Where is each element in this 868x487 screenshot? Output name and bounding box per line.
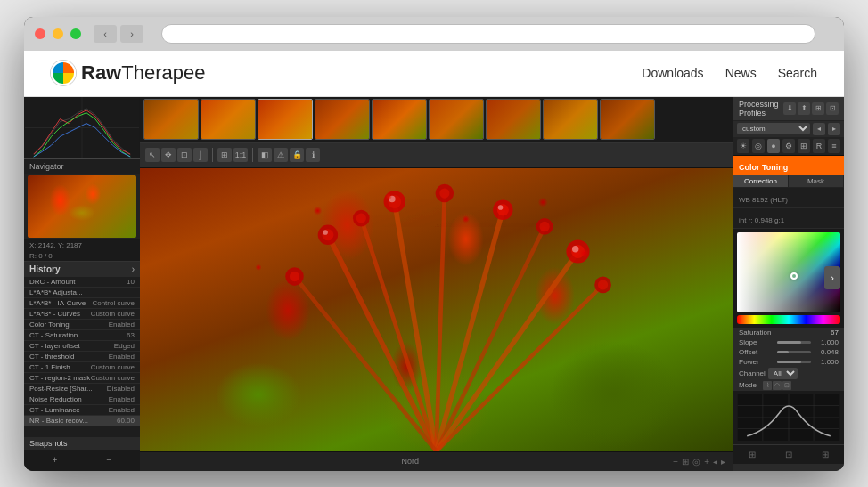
param-row-slope: Slope 1.000: [733, 337, 844, 347]
add-snapshot-icon[interactable]: +: [53, 455, 58, 465]
tab-mask[interactable]: Mask: [789, 175, 844, 187]
zoom-100-icon[interactable]: ◎: [692, 457, 700, 467]
tool-lock[interactable]: 🔒: [290, 148, 304, 162]
filmstrip-thumb[interactable]: [201, 99, 256, 140]
rp-load-icon[interactable]: ⬆: [798, 102, 810, 115]
rp-paste-icon[interactable]: ⊡: [826, 102, 839, 115]
minimize-button[interactable]: [53, 28, 63, 39]
maximize-button[interactable]: [70, 28, 81, 39]
tab-correction[interactable]: Correction: [733, 175, 789, 187]
history-item-name: CT - region-2 mask: [29, 374, 90, 382]
nav-downloads[interactable]: Downloads: [642, 66, 703, 80]
tool-info[interactable]: ℹ: [306, 148, 320, 162]
rp-copy-icon[interactable]: ⊞: [812, 102, 824, 115]
mode-icon-2[interactable]: ◠: [773, 381, 782, 390]
forward-button[interactable]: ›: [120, 25, 143, 43]
rp-bottom-icon-2[interactable]: ⊡: [785, 450, 792, 459]
tab-advanced[interactable]: ⚙: [782, 139, 795, 153]
history-item-value: Custom curve: [91, 374, 135, 382]
param-slider-power[interactable]: [777, 361, 811, 363]
nav-zoom: R: 0 / 0: [24, 251, 140, 262]
zoom-in-icon[interactable]: +: [704, 457, 709, 467]
history-header[interactable]: History ›: [24, 262, 140, 277]
thumb-image: [487, 100, 540, 139]
channel-select[interactable]: All: [768, 368, 798, 379]
param-slider-slope[interactable]: [777, 341, 811, 344]
delete-snapshot-icon[interactable]: −: [107, 455, 112, 465]
tool-move[interactable]: ✥: [161, 148, 176, 162]
color-nav-arrow[interactable]: ›: [824, 266, 840, 289]
rp-bottom-icon-1[interactable]: ⊞: [749, 450, 756, 459]
tool-crop[interactable]: ⊡: [177, 148, 192, 162]
list-item: CT - layer offset Edged: [24, 341, 140, 352]
browser-nav-arrows: ‹ ›: [94, 25, 143, 43]
list-item: CT - threshold Enabled: [24, 352, 140, 362]
nav-coords: X: 2142, Y: 2187: [24, 239, 140, 251]
mode-row: Mode ⌇ ◠ ⊡: [733, 380, 844, 391]
window-controls: [35, 28, 81, 39]
filmstrip-thumb[interactable]: [429, 99, 484, 140]
tool-before-after[interactable]: ◧: [258, 148, 272, 162]
svg-point-32: [498, 205, 504, 210]
param-slider-offset[interactable]: [777, 351, 811, 353]
svg-line-8: [437, 226, 545, 451]
svg-point-31: [389, 195, 395, 201]
main-image-container: [140, 168, 733, 451]
info-text-2: int r: 0.948 g:1: [739, 216, 784, 224]
zoom-fit-icon[interactable]: ⊞: [682, 457, 689, 467]
prev-image-icon[interactable]: ◂: [713, 457, 717, 467]
svg-line-7: [437, 209, 504, 450]
svg-point-17: [388, 194, 401, 207]
section-color-toning[interactable]: Color Toning: [733, 156, 844, 175]
filmstrip-thumb[interactable]: [486, 99, 541, 140]
rp-bottom-icon-3[interactable]: ⊞: [822, 450, 829, 459]
main-area: ↖ ✥ ⊡ ⌡ ⊞ 1:1 ◧ ⚠ 🔒 ℹ: [140, 97, 733, 471]
mode-icon-1[interactable]: ⌇: [763, 381, 772, 390]
filmstrip-thumb[interactable]: [543, 99, 598, 140]
param-row-offset: Offset 0.048: [733, 347, 844, 357]
filmstrip-thumb[interactable]: [372, 99, 427, 140]
profile-select[interactable]: custom: [737, 123, 810, 134]
mode-label: Mode: [739, 381, 757, 389]
filmstrip-thumb[interactable]: [315, 99, 370, 140]
history-item-name: Post-Resize [Shar...: [29, 385, 93, 393]
mode-icon-3[interactable]: ⊡: [782, 381, 791, 390]
tool-zoom-fit[interactable]: ⊞: [217, 148, 232, 162]
back-button[interactable]: ‹: [94, 25, 117, 43]
nav-news[interactable]: News: [725, 66, 757, 80]
tab-transform[interactable]: ⊞: [798, 139, 810, 153]
tool-straighten[interactable]: ⌡: [193, 148, 208, 162]
list-item: CT - Saturation 63: [24, 330, 140, 341]
list-item: L*A*B* - IA-Curve Control curve: [24, 298, 140, 309]
tool-zoom-100[interactable]: 1:1: [233, 148, 248, 162]
tab-exposure[interactable]: ☀: [737, 139, 749, 153]
svg-point-21: [497, 204, 509, 215]
svg-point-24: [566, 239, 589, 263]
history-item-name: CT - layer offset: [29, 342, 80, 350]
toolbar-divider: [212, 148, 213, 162]
tab-raw[interactable]: R: [813, 139, 825, 153]
logo-text: RawTherapee: [81, 61, 205, 85]
profile-btn-prev[interactable]: ◂: [813, 123, 825, 135]
rp-save-icon[interactable]: ⬇: [783, 102, 796, 115]
zoom-out-icon[interactable]: −: [673, 457, 678, 467]
tab-metadata[interactable]: ≡: [828, 139, 840, 153]
thumb-image: [315, 100, 369, 139]
history-item-name: CT - Saturation: [29, 331, 78, 339]
tool-select[interactable]: ↖: [145, 148, 160, 162]
tool-indicators[interactable]: ⚠: [274, 148, 288, 162]
close-button[interactable]: [35, 28, 45, 39]
filmstrip-thumb[interactable]: [143, 99, 199, 140]
filmstrip-thumb[interactable]: [258, 99, 313, 140]
svg-line-6: [437, 193, 445, 451]
profile-btn-next[interactable]: ▸: [828, 123, 840, 135]
color-hue-bar[interactable]: [737, 315, 840, 324]
svg-line-4: [361, 218, 436, 451]
tab-detail[interactable]: ◎: [752, 139, 765, 153]
nav-search[interactable]: Search: [778, 66, 817, 80]
filmstrip-thumb[interactable]: [600, 99, 655, 140]
tab-color[interactable]: ●: [767, 139, 780, 153]
address-bar[interactable]: [161, 24, 815, 44]
next-image-icon[interactable]: ▸: [721, 457, 725, 467]
navigator-label: Navigator: [24, 159, 140, 174]
